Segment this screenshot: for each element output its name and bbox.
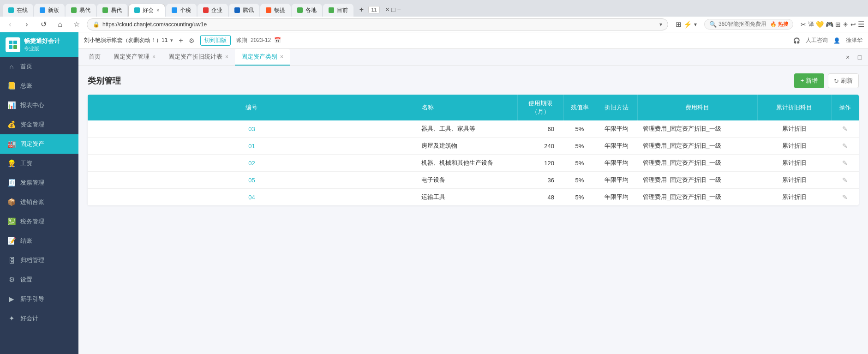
browser-tab-tengxun[interactable]: 腾讯 [229, 4, 259, 17]
sidebar-item-fixed[interactable]: 🏭 固定资产 [0, 134, 78, 154]
sidebar-item-label-closeacct: 结账 [20, 237, 32, 245]
tab-fixed-depr-close[interactable]: × [225, 54, 228, 60]
sidebar-item-fund[interactable]: 💰 资金管理 [0, 115, 78, 134]
svg-rect-0 [9, 41, 12, 44]
company-dropdown-icon[interactable]: ▾ [170, 37, 173, 43]
tab-count-badge: 11 [368, 6, 379, 13]
browser-tab-new[interactable]: 新版 [34, 4, 65, 17]
browser-tab-gedi[interactable]: 各地 [292, 4, 322, 17]
tab-close-all-btn[interactable]: × [843, 53, 852, 62]
undo-icon[interactable]: ↩ [850, 21, 856, 28]
scissors-icon[interactable]: ✂ [801, 21, 806, 28]
sidebar-item-invoice[interactable]: 🧾 发票管理 [0, 173, 78, 192]
address-dropdown[interactable]: ▾ [659, 21, 662, 28]
edit-btn-1[interactable]: ✎ [842, 142, 848, 150]
edit-btn-2[interactable]: ✎ [842, 159, 848, 167]
menu-icon[interactable]: ☰ [858, 20, 864, 29]
add-tab-btn[interactable]: + [356, 5, 366, 15]
edit-btn-0[interactable]: ✎ [842, 125, 848, 132]
cell-num-4: 04 [88, 189, 416, 206]
sidebar-item-label-home: 首页 [20, 62, 32, 71]
edit-btn-4[interactable]: ✎ [842, 193, 848, 201]
row-num-link-0[interactable]: 03 [248, 126, 255, 132]
sidebar-item-help[interactable]: ✦ 好会计 [0, 309, 78, 328]
browser-tab-online[interactable]: 在线 [3, 4, 33, 17]
brightness-icon[interactable]: ☀ [843, 21, 849, 28]
sidebar-item-tax[interactable]: 💹 税务管理 [0, 212, 78, 231]
add-company-btn[interactable]: + [179, 36, 183, 45]
tab-fixed-depreciation[interactable]: 固定资产折旧统计表 × [162, 49, 235, 66]
sidebar-item-guide[interactable]: ▶ 新手引导 [0, 289, 78, 309]
username[interactable]: 徐泽华 [846, 36, 862, 44]
browser-tab-yidai1[interactable]: 易代 [66, 4, 96, 17]
browser-tab-close-haohui[interactable]: × [156, 7, 159, 13]
wallet-icon[interactable]: 💛 [816, 21, 824, 28]
browser-tab-haohui[interactable]: 好会 × [128, 4, 165, 17]
add-btn[interactable]: + 新增 [794, 73, 824, 88]
tax-icon: 💹 [7, 217, 16, 226]
browser-tab-changte[interactable]: 畅提 [260, 4, 291, 17]
company-selector[interactable]: 刘小艳演示帐套（勿删勿动！）11 ▾ [84, 36, 173, 44]
row-num-link-2[interactable]: 02 [248, 160, 255, 167]
tab-fixed-category[interactable]: 固定资产类别 × [235, 49, 290, 66]
sidebar-item-ledger[interactable]: 📒 总账 [0, 76, 78, 96]
tab-expand-btn[interactable]: □ [855, 53, 864, 62]
edit-btn-3[interactable]: ✎ [842, 176, 848, 184]
window-minimize-btn[interactable]: − [397, 6, 401, 13]
ledger-icon: 📒 [7, 82, 16, 90]
sidebar-item-report[interactable]: 📊 报表中心 [0, 96, 78, 115]
guide-icon: ▶ [7, 295, 16, 303]
cell-accum-0: 累计折旧 [757, 120, 831, 138]
sidebar-logo: 畅捷通好会计 专业版 [0, 32, 78, 57]
browser-tab-geshui[interactable]: 个税 [166, 4, 197, 17]
forward-btn[interactable]: › [20, 18, 33, 31]
cell-residual-4: 5% [563, 189, 596, 206]
bolt-icon[interactable]: ⚡ [683, 20, 692, 29]
sidebar-item-closeacct[interactable]: 📝 结账 [0, 231, 78, 251]
game-icon[interactable]: 🎮 [826, 21, 833, 28]
bookmark-btn[interactable]: ☆ [70, 18, 83, 31]
cell-period-1: 240 [517, 138, 563, 155]
col-period: 使用期限（月） [517, 95, 563, 120]
cell-expense-1: 管理费用_固定资产折旧_一级 [637, 138, 757, 155]
sidebar-item-payroll[interactable]: 👷 工资 [0, 154, 78, 173]
window-close-btn[interactable]: × [385, 6, 389, 14]
sidebar: 畅捷通好会计 专业版 ⌂ 首页 📒 总账 📊 报表中心 💰 资金管理 🏭 固定资… [0, 32, 78, 354]
browser-tab-qiye[interactable]: 企业 [198, 4, 228, 17]
consult-label[interactable]: 人工咨询 [806, 36, 828, 44]
sidebar-item-label-invoice: 发票管理 [20, 179, 44, 187]
headset-icon: 🎧 [793, 37, 800, 44]
calendar-icon[interactable]: 📅 [274, 37, 281, 43]
sidebar-item-settings[interactable]: ⚙ 设置 [0, 270, 78, 289]
row-num-link-4[interactable]: 04 [248, 194, 255, 201]
address-input[interactable]: 🔒 https://cloud.chanjet.com/accounting/u… [87, 18, 668, 30]
search-text: 360智能抠图免费用 [718, 20, 766, 28]
cell-method-4: 年限平均 [596, 189, 637, 206]
home-btn[interactable]: ⌂ [54, 18, 66, 31]
grid-icon[interactable]: ⊞ [676, 20, 682, 29]
sidebar-item-inventory[interactable]: 📦 进销台账 [0, 192, 78, 212]
reload-btn[interactable]: ↺ [37, 18, 50, 31]
dropdown-icon[interactable]: ▾ [694, 21, 697, 28]
tab-fixed-mgmt[interactable]: 固定资产管理 × [107, 49, 162, 66]
settings-sm-btn[interactable]: ⚙ [189, 37, 195, 44]
browser-tab-muqian[interactable]: 目前 [323, 4, 353, 17]
back-btn[interactable]: ‹ [4, 18, 17, 31]
sidebar-item-label-payroll: 工资 [20, 159, 32, 168]
browser-tab-yidai2[interactable]: 易代 [97, 4, 127, 17]
tab-fixed-cat-label: 固定资产类别 [241, 53, 277, 61]
col-action: 操作 [831, 95, 859, 120]
window-restore-btn[interactable]: □ [391, 6, 395, 13]
switch-version-btn[interactable]: 切到旧版 [200, 35, 231, 46]
row-num-link-1[interactable]: 01 [248, 143, 255, 150]
row-num-link-3[interactable]: 05 [248, 177, 255, 184]
address-text: https://cloud.chanjet.com/accounting/uw1… [102, 21, 207, 28]
refresh-btn[interactable]: ↻ 刷新 [828, 73, 859, 88]
sidebar-item-archive[interactable]: 🗄 归档管理 [0, 251, 78, 270]
translate-icon[interactable]: 译 [808, 20, 814, 29]
tab-fixed-mgmt-close[interactable]: × [152, 54, 156, 60]
layout-icon[interactable]: ⊞ [835, 21, 841, 28]
tab-home[interactable]: 首页 [82, 49, 107, 66]
tab-fixed-cat-close[interactable]: × [280, 54, 283, 60]
sidebar-item-home[interactable]: ⌂ 首页 [0, 57, 78, 76]
